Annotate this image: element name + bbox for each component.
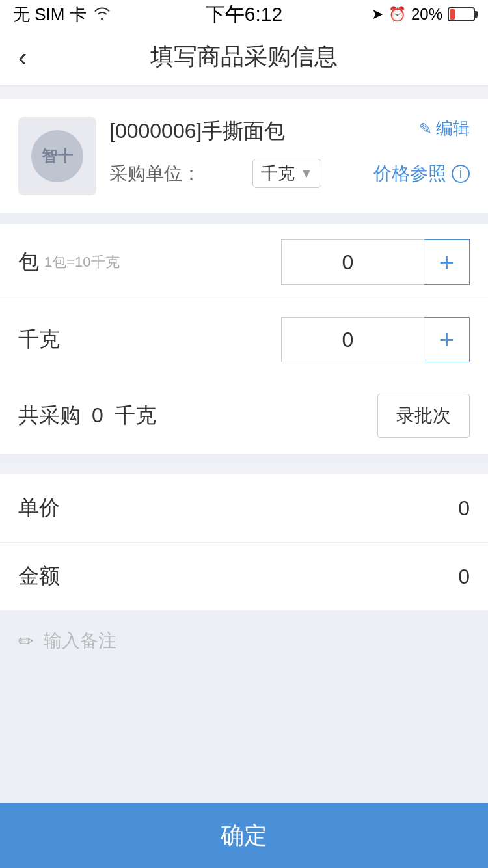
product-thumb-logo: 智十 [31, 130, 83, 182]
total-row: 共采购 0 千克 录批次 [0, 378, 488, 454]
section-separator-2 [0, 454, 488, 464]
info-row-price: 单价 0 [0, 474, 488, 543]
back-button[interactable]: ‹ [18, 44, 27, 70]
unit-select[interactable]: 千克 ▼ [252, 159, 321, 188]
unit-label: 采购单位： [109, 161, 200, 186]
product-card: 智十 [0000006]手撕面包 采购单位： 千克 ▼ 价格参照 i ✎ [0, 99, 488, 213]
unit-dropdown-icon: ▼ [300, 166, 313, 181]
confirm-bar[interactable]: 确定 [0, 803, 488, 868]
section-separator-1 [0, 213, 488, 224]
kg-plus-button[interactable]: + [424, 317, 470, 362]
battery-block [448, 7, 475, 21]
edit-button[interactable]: ✎ 编辑 [419, 117, 470, 140]
input-row-right-bao: + [281, 239, 470, 285]
info-row-amount: 金额 0 [0, 543, 488, 610]
wifi-icon [93, 5, 111, 25]
price-reference[interactable]: 价格参照 i [373, 161, 470, 186]
input-row-bao: 包 1包=10千克 + [0, 224, 488, 301]
input-row-kg: 千克 + [0, 301, 488, 378]
info-icon: i [452, 165, 470, 183]
status-left: 无 SIM 卡 [13, 3, 111, 26]
status-time: 下午6:12 [206, 1, 282, 28]
note-icon: ✏ [18, 631, 33, 652]
edit-label: 编辑 [436, 117, 470, 140]
status-bar: 无 SIM 卡 下午6:12 ➤ ⏰ 20% [0, 0, 488, 29]
total-amount: 0 [92, 403, 103, 427]
alarm-icon: ⏰ [388, 6, 406, 23]
edit-icon: ✎ [419, 120, 432, 138]
product-thumbnail: 智十 [18, 117, 96, 195]
carrier-label: 无 SIM 卡 [13, 3, 87, 26]
product-name: [0000006]手撕面包 [109, 117, 470, 146]
bao-plus-button[interactable]: + [424, 239, 470, 285]
input-sublabel-bao: 1包=10千克 [44, 252, 120, 272]
input-label-bao: 包 [18, 248, 39, 277]
total-label: 共采购 0 千克 [18, 401, 156, 430]
price-label: 单价 [18, 494, 60, 522]
input-label-kg: 千克 [18, 325, 60, 354]
note-placeholder: 输入备注 [44, 629, 116, 653]
input-row-right-kg: + [281, 317, 470, 362]
price-value: 0 [458, 496, 470, 521]
amount-value: 0 [458, 565, 470, 589]
total-unit: 千克 [115, 403, 156, 427]
input-section: 包 1包=10千克 + 千克 + [0, 224, 488, 378]
price-ref-label: 价格参照 [373, 161, 446, 186]
confirm-label: 确定 [221, 820, 267, 852]
product-info: [0000006]手撕面包 采购单位： 千克 ▼ 价格参照 i [109, 117, 470, 188]
status-right: ➤ ⏰ 20% [372, 5, 475, 23]
note-section[interactable]: ✏ 输入备注 [0, 610, 488, 671]
unit-value: 千克 [261, 162, 295, 185]
location-icon: ➤ [372, 6, 383, 23]
info-section: 单价 0 金额 0 [0, 474, 488, 610]
record-batch-button[interactable]: 录批次 [377, 394, 470, 438]
total-prefix: 共采购 [18, 403, 81, 427]
nav-bar: ‹ 填写商品采购信息 [0, 29, 488, 86]
kg-input[interactable] [281, 317, 424, 362]
amount-label: 金额 [18, 562, 60, 591]
battery-percent: 20% [411, 5, 442, 23]
bao-input[interactable] [281, 239, 424, 285]
page-title: 填写商品采购信息 [150, 41, 338, 73]
